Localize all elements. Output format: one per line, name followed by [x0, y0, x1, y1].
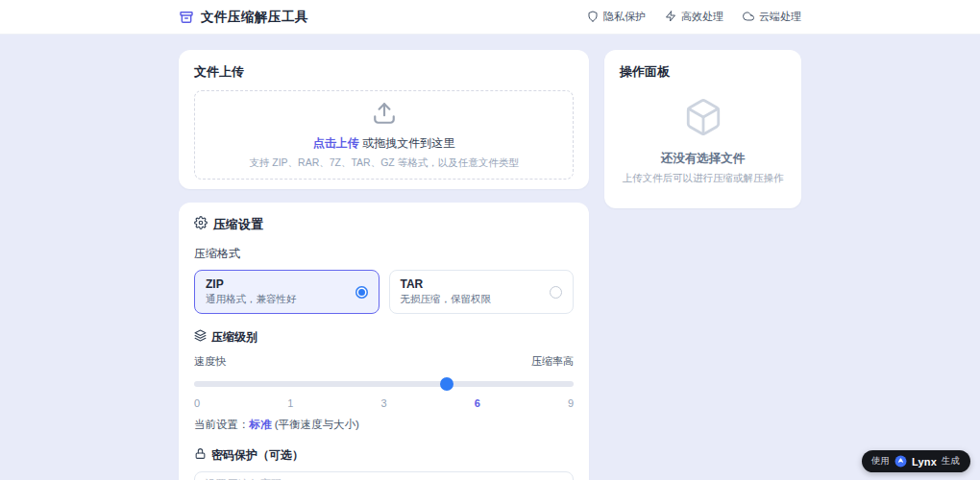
lynx-logo-icon [894, 455, 907, 468]
slider-track[interactable] [194, 381, 574, 387]
nav-item-cloud: 云端处理 [743, 10, 801, 24]
slider-ticks: 0 1 3 6 9 [194, 397, 574, 409]
format-option-zip[interactable]: ZIP 通用格式，兼容性好 [194, 270, 380, 314]
upload-cta-line: 点击上传 或拖拽文件到这里 [313, 135, 454, 152]
tick-0: 0 [194, 397, 200, 409]
nav-label: 隐私保护 [603, 10, 646, 24]
app-header: 文件压缩解压工具 隐私保护 高效处理 [0, 0, 980, 35]
panel-title: 操作面板 [620, 63, 786, 81]
tick-1: 1 [287, 397, 293, 409]
format-name: ZIP [206, 277, 297, 291]
slider-left-label: 速度快 [194, 354, 226, 369]
header-nav: 隐私保护 高效处理 云端处理 [587, 10, 801, 24]
app-brand: 文件压缩解压工具 [179, 9, 308, 26]
format-label: 压缩格式 [194, 246, 574, 262]
current-setting-suffix: (平衡速度与大小) [272, 419, 359, 430]
panel-empty-state: 还没有选择文件 上传文件后可以进行压缩或解压操作 [620, 97, 786, 185]
nav-item-privacy: 隐私保护 [587, 10, 646, 24]
format-desc: 无损压缩，保留权限 [401, 293, 492, 306]
app-title: 文件压缩解压工具 [201, 9, 308, 26]
upload-cta-suffix: 或拖拽文件到这里 [359, 136, 454, 150]
current-setting-value: 标准 [250, 419, 272, 430]
zap-icon [665, 11, 676, 24]
empty-state-hint: 上传文件后可以进行压缩或解压操作 [623, 172, 784, 185]
archive-logo-icon [179, 10, 194, 25]
radio-checked-icon[interactable] [355, 286, 368, 299]
compression-level-slider[interactable] [194, 377, 574, 391]
upload-card: 文件上传 点击上传 或拖拽文件到这里 支持 ZIP、RAR、7Z、TAR、GZ … [179, 50, 589, 189]
slider-thumb[interactable] [440, 377, 453, 391]
upload-card-title: 文件上传 [194, 63, 574, 81]
upload-format-hint: 支持 ZIP、RAR、7Z、TAR、GZ 等格式，以及任意文件类型 [249, 156, 518, 170]
nav-label: 云端处理 [759, 10, 801, 24]
compression-level-section: 压缩级别 速度快 压缩率高 0 1 3 [194, 328, 574, 432]
nav-label: 高效处理 [681, 10, 723, 24]
upload-icon [372, 101, 397, 130]
lock-icon [194, 446, 207, 464]
gear-icon [194, 216, 208, 233]
slider-right-label: 压缩率高 [531, 354, 574, 369]
cloud-icon [743, 11, 754, 24]
settings-title: 压缩设置 [213, 216, 263, 233]
format-option-tar[interactable]: TAR 无损压缩，保留权限 [389, 270, 575, 314]
format-name: TAR [401, 277, 492, 291]
layers-icon [194, 328, 207, 346]
package-icon [683, 97, 723, 141]
badge-brand: Lynx [912, 456, 937, 468]
password-input[interactable] [194, 471, 574, 480]
current-setting-line: 当前设置：标准 (平衡速度与大小) [194, 418, 574, 432]
format-options: ZIP 通用格式，兼容性好 TAR 无损压缩，保留权限 [194, 270, 574, 314]
radio-unchecked-icon[interactable] [550, 286, 562, 299]
made-with-lynx-badge[interactable]: 使用 Lynx 生成 [862, 450, 970, 472]
file-dropzone[interactable]: 点击上传 或拖拽文件到这里 支持 ZIP、RAR、7Z、TAR、GZ 等格式，以… [194, 90, 574, 180]
shield-icon [587, 11, 599, 24]
current-setting-prefix: 当前设置： [194, 419, 250, 430]
badge-prefix: 使用 [871, 455, 890, 468]
operation-panel-card: 操作面板 还没有选择文件 上传文件后可以进行压缩或解压操作 [604, 50, 801, 208]
main-content: 文件上传 点击上传 或拖拽文件到这里 支持 ZIP、RAR、7Z、TAR、GZ … [0, 35, 980, 480]
nav-item-speed: 高效处理 [665, 10, 723, 24]
badge-suffix: 生成 [942, 455, 960, 468]
tick-6-active: 6 [475, 397, 480, 409]
tick-3: 3 [380, 397, 386, 409]
tick-9: 9 [568, 397, 574, 409]
format-desc: 通用格式，兼容性好 [206, 293, 297, 306]
password-label: 密码保护（可选） [211, 447, 304, 464]
level-label: 压缩级别 [211, 329, 257, 346]
compression-settings-card: 压缩设置 压缩格式 ZIP 通用格式，兼容性好 [179, 203, 589, 480]
upload-cta-link[interactable]: 点击上传 [313, 136, 359, 150]
password-section: 密码保护（可选） 为压缩文件设置密码，提高安全性 [194, 446, 574, 480]
empty-state-title: 还没有选择文件 [661, 151, 746, 167]
